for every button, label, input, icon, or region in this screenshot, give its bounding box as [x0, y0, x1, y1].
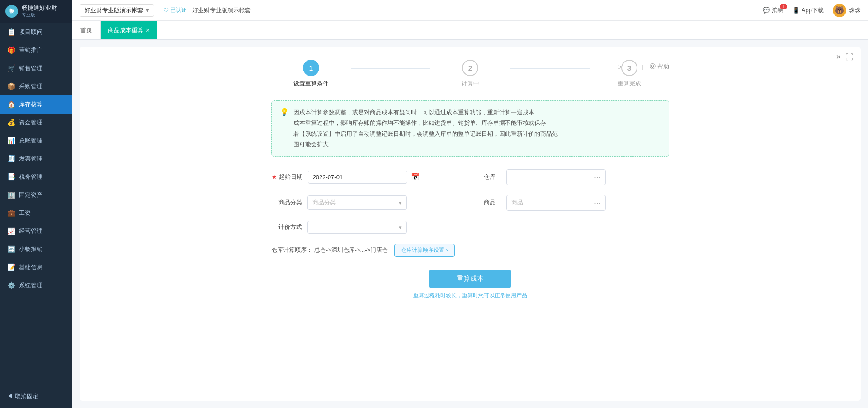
step-2-circle: 2 — [462, 60, 478, 76]
sidebar-item-label: 销售管理 — [19, 64, 42, 72]
form-field-warehouse: 仓库 ··· — [484, 169, 669, 185]
user-name: 珠珠 — [849, 6, 861, 14]
top-bar: 好业财专业版演示帐套 ▾ 🛡 已认证 好业财专业版演示帐套 💬 消息 1 📱 A… — [72, 0, 868, 21]
expand-panel-icon[interactable]: ⛶ — [845, 52, 854, 62]
sidebar-item-invoice[interactable]: 🧾 发票管理 — [0, 150, 72, 168]
sidebar-app-name: 畅捷通好业财 — [22, 5, 57, 12]
info-line-2: 成本重算过程中，影响库存账的操作均不能操作，比如进货单、销货单、库存单据不能审核… — [293, 118, 558, 128]
tab-home[interactable]: 首页 — [72, 21, 101, 39]
help-button[interactable]: ⓪ 帮助 — [650, 62, 669, 71]
sidebar-item-tax[interactable]: 📑 税务管理 — [0, 168, 72, 186]
step-1-label: 设置重算条件 — [293, 80, 329, 88]
help-label: 帮助 — [657, 62, 669, 71]
step-2: 2 计算中 — [430, 60, 510, 88]
app-download-label: App下载 — [802, 6, 824, 14]
avatar: 🐻 — [833, 4, 846, 17]
marketing-icon: 🎁 — [7, 46, 15, 54]
sidebar-item-label: 工资 — [19, 209, 31, 217]
price-method-label: 计价方式 — [271, 223, 307, 231]
messages-badge: 1 — [780, 4, 787, 9]
calendar-icon[interactable]: 📅 — [411, 173, 420, 181]
page-panel: × ⛶ 1 设置重算条件 2 — [80, 47, 861, 401]
sidebar-item-purchase[interactable]: 📦 采购管理 — [0, 77, 72, 95]
tax-icon: 📑 — [7, 173, 15, 181]
user-profile[interactable]: 🐻 珠珠 — [833, 4, 861, 17]
sidebar-item-basic[interactable]: 📝 基础信息 — [0, 258, 72, 276]
sidebar-nav: 📋 项目顾问 🎁 营销推广 🛒 销售管理 📦 采购管理 🏠 库存核算 💰 资金管… — [0, 23, 72, 384]
project-icon: 📋 — [7, 28, 15, 36]
recalc-hint: 重算过程耗时较长，重算时您可以正常使用产品 — [271, 292, 669, 299]
info-line-4: 围可能会扩大 — [293, 139, 558, 149]
main-area: 好业财专业版演示帐套 ▾ 🛡 已认证 好业财专业版演示帐套 💬 消息 1 📱 A… — [72, 0, 868, 408]
sidebar-unpin-button[interactable]: ◀ 取消固定 — [0, 388, 72, 404]
invoice-icon: 🧾 — [7, 155, 15, 163]
message-icon: 💬 — [763, 7, 770, 14]
help-icon: ⓪ — [650, 62, 656, 71]
warehouse-dots-icon[interactable]: ··· — [594, 172, 601, 182]
warehouse-select[interactable]: ··· — [506, 169, 606, 185]
sidebar-item-project[interactable]: 📋 项目顾问 — [0, 23, 72, 41]
chevron-down-icon: ▾ — [146, 7, 149, 14]
step-3-label: 重算完成 — [618, 80, 641, 88]
expense-icon: 🔄 — [7, 245, 15, 253]
close-panel-icon[interactable]: × — [836, 52, 841, 62]
unpin-label: ◀ 取消固定 — [7, 392, 38, 400]
price-method-select[interactable]: ▾ — [307, 221, 407, 234]
warehouse-order-label: 仓库计算顺序： 总仓->深圳仓库->...->门店仓 — [271, 246, 388, 254]
sidebar-item-marketing[interactable]: 🎁 营销推广 — [0, 41, 72, 59]
tab-close-icon[interactable]: × — [146, 27, 150, 34]
sidebar-item-label: 资金管理 — [19, 119, 42, 127]
start-date-input[interactable] — [308, 171, 407, 184]
sidebar-item-payroll[interactable]: 💼 工资 — [0, 204, 72, 222]
operations-icon: 📈 — [7, 227, 15, 235]
corner-buttons: × ⛶ — [836, 52, 854, 62]
warehouse-order-btn-label: 仓库计算顺序设置 › — [401, 247, 448, 254]
account-selector[interactable]: 好业财专业版演示帐套 ▾ — [80, 4, 154, 17]
sidebar-item-label: 总账管理 — [19, 137, 42, 145]
sidebar-item-expense[interactable]: 🔄 小畅报销 — [0, 240, 72, 258]
form-row-date-warehouse: ★ 起始日期 📅 仓库 ··· — [271, 169, 669, 185]
account-name: 好业财专业版演示帐套 — [85, 6, 143, 14]
messages-button[interactable]: 💬 消息 1 — [763, 6, 783, 14]
recalc-button[interactable]: 重算成本 — [429, 270, 511, 288]
step-1-circle: 1 — [303, 60, 319, 76]
tab-active-label: 商品成本重算 — [108, 26, 143, 34]
product-placeholder: 商品 — [511, 199, 523, 207]
warehouse-order-settings-button[interactable]: 仓库计算顺序设置 › — [394, 244, 454, 257]
info-line-1: 因成本计算参数调整，或是对商品成本有疑问时，可以通过成本重算功能，重新计算一遍成… — [293, 107, 558, 118]
content-area: × ⛶ 1 设置重算条件 2 — [72, 40, 868, 408]
sidebar-item-label: 小畅报销 — [19, 245, 42, 253]
warehouse-order-row: 仓库计算顺序： 总仓->深圳仓库->...->门店仓 仓库计算顺序设置 › — [271, 244, 669, 257]
chevron-down-icon: ▾ — [399, 199, 402, 206]
product-label: 商品 — [484, 199, 506, 207]
warehouse-label: 仓库 — [484, 173, 506, 181]
product-dots-icon[interactable]: ··· — [594, 198, 601, 208]
inventory-icon: 🏠 — [7, 100, 15, 109]
sidebar-item-operations[interactable]: 📈 经营管理 — [0, 222, 72, 240]
category-placeholder: 商品分类 — [312, 199, 336, 207]
sidebar-item-label: 税务管理 — [19, 173, 42, 181]
sidebar-logo: 畅 — [5, 5, 18, 18]
sidebar-item-finance[interactable]: 💰 资金管理 — [0, 114, 72, 132]
sidebar-item-sales[interactable]: 🛒 销售管理 — [0, 59, 72, 77]
sidebar-item-accounting[interactable]: 📊 总账管理 — [0, 132, 72, 150]
category-label: 商品分类 — [271, 199, 307, 207]
sidebar-item-label: 经营管理 — [19, 227, 42, 235]
sidebar-item-system[interactable]: ⚙️ 系统管理 — [0, 276, 72, 294]
verified-text: 已认证 — [170, 6, 187, 14]
sidebar-item-inventory[interactable]: 🏠 库存核算 — [0, 95, 72, 114]
step-line-2 — [510, 68, 590, 69]
steps-container: 1 设置重算条件 2 计算中 3 — [271, 60, 669, 88]
verified-badge: 🛡 已认证 — [163, 6, 187, 14]
warehouse-order-value: 总仓->深圳仓库->...->门店仓 — [314, 247, 388, 253]
product-select[interactable]: 商品 ··· — [506, 195, 606, 211]
form-row-category-product: 商品分类 商品分类 ▾ 商品 商品 ··· — [271, 195, 669, 211]
verified-account-name: 好业财专业版演示帐套 — [192, 6, 251, 14]
category-select[interactable]: 商品分类 ▾ — [307, 195, 407, 210]
sidebar-item-assets[interactable]: 🏢 固定资产 — [0, 186, 72, 204]
sidebar-item-label: 发票管理 — [19, 155, 42, 163]
basic-icon: 📝 — [7, 263, 15, 271]
form-row-price-method: 计价方式 ▾ — [271, 221, 669, 234]
tab-cost-recalc[interactable]: 商品成本重算 × — [101, 21, 157, 39]
app-download-button[interactable]: 📱 App下载 — [793, 6, 824, 14]
